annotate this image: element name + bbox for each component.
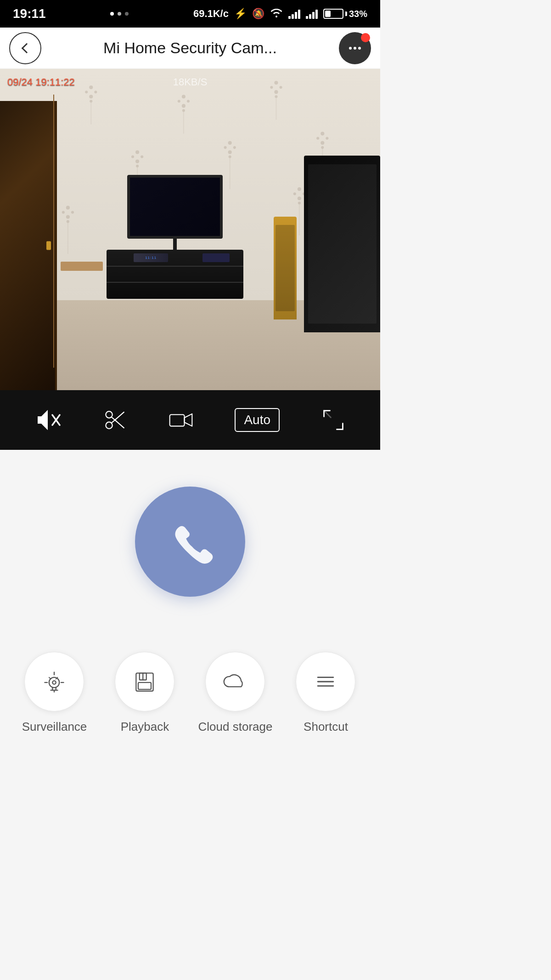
svg-point-68 <box>53 681 56 684</box>
battery-body <box>323 9 343 19</box>
bottom-nav: Surveillance Playback <box>0 643 380 762</box>
shelf2 <box>107 282 243 283</box>
svg-point-21 <box>233 146 236 149</box>
tv-stand: 11:11 <box>107 175 243 319</box>
battery-pct: 33% <box>349 9 367 19</box>
bluetooth-icon: ⚡ <box>234 8 247 20</box>
svg-point-5 <box>182 104 186 108</box>
shelf1 <box>107 266 243 267</box>
svg-point-16 <box>141 155 143 158</box>
call-btn-wrapper <box>135 487 245 597</box>
surveillance-icon-circle <box>24 652 84 711</box>
status-bar: 19:11 69.1K/c ⚡ 🔕 <box>0 0 380 28</box>
status-time: 19:11 <box>13 6 46 21</box>
svg-point-35 <box>298 196 301 200</box>
quality-button[interactable]: Auto <box>235 408 280 432</box>
nav-items: Surveillance Playback <box>0 652 380 734</box>
svg-line-59 <box>112 417 124 428</box>
svg-line-62 <box>324 411 331 418</box>
fullscreen-button[interactable] <box>321 408 345 432</box>
svg-point-11 <box>280 86 282 89</box>
network-speed: 69.1K/c <box>193 8 229 20</box>
side-table <box>61 262 102 319</box>
quality-label: Auto <box>235 408 280 432</box>
bandwidth: 18KB/S <box>173 76 208 88</box>
svg-point-0 <box>89 95 93 98</box>
svg-point-22 <box>224 146 227 149</box>
door <box>0 101 57 390</box>
shortcut-label: Shortcut <box>304 720 348 734</box>
screenshot-button[interactable] <box>103 408 127 432</box>
svg-point-18 <box>135 150 139 154</box>
back-chevron-icon <box>22 43 32 53</box>
svg-point-31 <box>71 211 74 213</box>
svg-point-10 <box>274 90 278 94</box>
controls-bar: Auto <box>0 390 380 450</box>
svg-point-20 <box>228 150 232 154</box>
svg-point-12 <box>270 86 273 89</box>
more-dots-icon <box>349 47 361 50</box>
page-title: Mi Home Security Cam... <box>41 39 339 57</box>
svg-point-37 <box>293 192 296 195</box>
main-content: Surveillance Playback <box>0 450 380 789</box>
svg-point-26 <box>326 137 328 140</box>
nav-item-surveillance[interactable]: Surveillance <box>15 652 94 734</box>
nav-item-playback[interactable]: Playback <box>105 652 185 734</box>
svg-line-58 <box>112 412 124 423</box>
door-frame <box>53 95 54 368</box>
status-right: 69.1K/c ⚡ 🔕 <box>193 7 367 20</box>
cloud-icon-circle <box>205 652 265 711</box>
battery-fill <box>325 11 331 17</box>
playback-icon-circle <box>115 652 174 711</box>
battery: 33% <box>323 9 367 19</box>
svg-point-3 <box>89 85 93 89</box>
playback-label: Playback <box>121 720 169 734</box>
svg-point-6 <box>187 100 190 103</box>
svg-point-1 <box>94 90 97 93</box>
speaker-tower <box>274 217 297 319</box>
signal-2 <box>306 9 318 19</box>
svg-point-8 <box>182 95 186 98</box>
svg-point-60 <box>114 419 116 421</box>
mute-button[interactable] <box>35 409 62 431</box>
svg-point-30 <box>66 215 70 219</box>
tv-stand-body: 11:11 <box>107 250 243 299</box>
back-button[interactable] <box>9 32 41 64</box>
svg-point-7 <box>178 100 180 103</box>
battery-tip <box>345 11 347 16</box>
dot3 <box>125 12 129 16</box>
svg-point-23 <box>228 141 232 145</box>
top-nav: Mi Home Security Cam... <box>0 28 380 69</box>
svg-point-25 <box>320 141 324 145</box>
recording-indicator <box>361 33 370 42</box>
svg-point-28 <box>320 132 324 135</box>
nav-item-shortcut[interactable]: Shortcut <box>286 652 365 734</box>
svg-point-2 <box>85 90 88 93</box>
svg-point-15 <box>135 160 139 163</box>
notification-icon: 🔕 <box>252 8 264 20</box>
camera-feed[interactable]: 11:11 09/24 19:11:22 18KB/S <box>0 69 380 390</box>
svg-point-13 <box>274 81 278 84</box>
wifi-icon <box>270 7 283 20</box>
svg-point-17 <box>131 155 134 158</box>
svg-point-27 <box>316 137 319 140</box>
call-button[interactable] <box>135 487 245 597</box>
svg-point-38 <box>298 187 301 191</box>
chair <box>304 156 380 332</box>
more-button[interactable] <box>339 32 371 64</box>
svg-point-33 <box>66 206 70 209</box>
tv-leg <box>173 239 177 250</box>
cloud-label: Cloud storage <box>198 720 273 734</box>
surveillance-label: Surveillance <box>22 720 87 734</box>
svg-rect-61 <box>170 414 185 426</box>
tv-screen <box>127 175 223 239</box>
dot1 <box>110 12 114 16</box>
svg-point-32 <box>62 211 65 213</box>
shortcut-icon-circle <box>296 652 355 711</box>
signal-1 <box>288 9 300 19</box>
status-dots <box>110 12 129 16</box>
record-button[interactable] <box>169 410 193 430</box>
timestamp: 09/24 19:11:22 <box>7 76 75 88</box>
nav-item-cloud[interactable]: Cloud storage <box>196 652 275 734</box>
dot2 <box>118 12 121 16</box>
